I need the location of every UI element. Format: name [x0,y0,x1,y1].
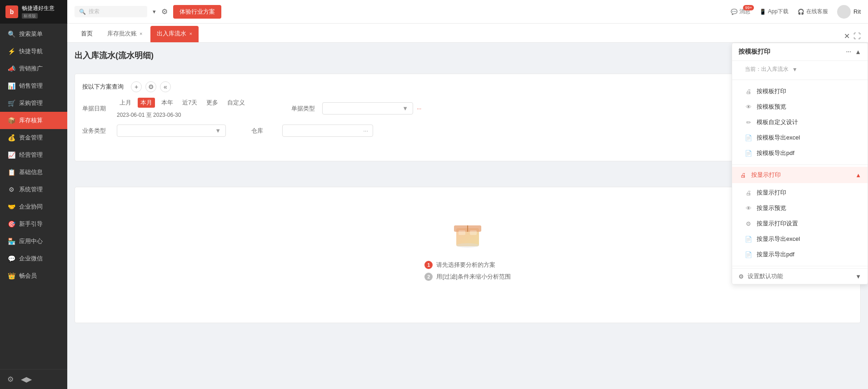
export-pdf-display-item[interactable]: 📄 按显示导出pdf [732,247,868,262]
date-range-display: 2023-06-01 至 2023-06-30 [117,111,248,119]
guide-icon: 🎯 [7,220,15,228]
sidebar-item-marketing[interactable]: 📣 营销推广 [0,60,67,77]
print-settings-display-item[interactable]: ⚙ 按显示打印设置 [732,216,868,231]
empty-step-1: 1 请先选择要分析的方案 [424,261,510,269]
headset-icon: 🎧 [798,9,804,15]
topbar: 🔍 搜索 ▾ ⚙ 体验行业方案 💬 消息 99+ 📱 App下载 🎧 在线客服 … [67,0,868,24]
logo-tag: 标准版 [22,12,55,19]
preview-display-item[interactable]: 👁 按显示预览 [732,200,868,216]
add-filter-button[interactable]: + [131,81,142,92]
custom-template-icon: ✏ [745,119,752,126]
tab-inventory-flow[interactable]: 出入库流水 × [150,26,198,42]
tab-close-flow[interactable]: × [189,31,192,36]
date-opt-custom[interactable]: 自定义 [224,98,248,108]
type-select[interactable]: ▼ [322,102,413,115]
tabs-window-controls: ✕ ⛶ [844,32,861,42]
online-service-button[interactable]: 🎧 在线客服 [798,8,828,15]
tab-inventory-batch[interactable]: 库存批次账 × [101,26,149,42]
sidebar-item-purchase[interactable]: 🛒 采购管理 [0,95,67,112]
date-opt-7days[interactable]: 近7天 [180,98,200,108]
type-more-button[interactable]: ··· [417,105,421,112]
dropdown-more-icon[interactable]: ··· [846,48,851,55]
empty-step-2: 2 用[过滤]条件来缩小分析范围 [424,273,510,281]
print-template-item[interactable]: 🖨 按模板打印 [732,84,868,99]
date-opt-more[interactable]: 更多 [204,98,221,108]
sales-icon: 📊 [7,82,15,90]
dropdown-collapse-icon[interactable]: ▲ [855,48,861,55]
sidebar-item-shortcut[interactable]: ⚡ 快捷导航 [0,43,67,60]
operations-icon: 📈 [7,151,15,159]
sidebar-item-basic[interactable]: 📋 基础信息 [0,164,67,181]
export-pdf-template-item[interactable]: 📄 按模板导出pdf [732,145,868,161]
export-pdf-display-icon: 📄 [745,251,752,258]
settings-filter-button[interactable]: ⚙ [145,81,156,92]
sidebar-item-coop[interactable]: 🤝 企业协同 [0,198,67,215]
sidebar-item-finance[interactable]: 💰 资金管理 [0,129,67,146]
topbar-settings-icon[interactable]: ⚙ [161,7,168,16]
svg-rect-4 [459,230,465,235]
dropdown-header-actions: ··· ▲ [846,48,861,55]
export-excel-template-icon: 📄 [745,134,752,141]
settings-bottom-icon[interactable]: ⚙ [7,375,14,384]
warehouse-select-arrow: ··· [363,127,368,134]
type-filter-label: 单据类型 [291,105,319,113]
date-options: 上月 本月 本年 近7天 更多 自定义 [117,98,248,108]
search-icon: 🔍 [7,30,15,38]
empty-steps: 1 请先选择要分析的方案 2 用[过滤]条件来缩小分析范围 [424,261,510,281]
footer-arrow: ▼ [855,273,861,280]
biz-type-select[interactable]: ▼ [117,125,226,137]
window-expand-button[interactable]: ⛶ [853,32,861,40]
sidebar-item-wechat[interactable]: 💬 企业微信 [0,250,67,267]
dropdown-footer[interactable]: ⚙ 设置默认功能 ▼ [732,268,868,284]
tab-close-batch[interactable]: × [140,31,142,36]
type-filter-group: 单据类型 ▼ ··· [291,102,421,115]
app-logo: b 畅捷通好生意 标准版 [0,0,67,24]
step-2-num: 2 [424,273,433,281]
inventory-icon: 📦 [7,116,15,125]
print-settings-icon: ⚙ [745,220,752,227]
message-button[interactable]: 💬 消息 99+ [731,8,750,15]
settings-default-icon: ⚙ [738,273,744,280]
collapse-sidebar-icon[interactable]: ◀▶ [21,375,32,384]
display-section-arrow: ▲ [855,172,861,179]
custom-template-item[interactable]: ✏ 模板自定义设计 [732,115,868,130]
sidebar-item-search[interactable]: 🔍 搜索菜单 [0,25,67,43]
sidebar-item-system[interactable]: ⚙ 系统管理 [0,181,67,198]
current-arrow[interactable]: ▼ [792,66,798,73]
step-1-num: 1 [424,261,433,269]
preview-template-item[interactable]: 👁 按模板预览 [732,99,868,115]
coop-icon: 🤝 [7,203,15,211]
sidebar-item-inventory[interactable]: 📦 库存核算 [0,112,67,129]
user-area[interactable]: Rit [837,5,861,19]
purchase-icon: 🛒 [7,99,15,107]
date-opt-thisyear[interactable]: 本年 [159,98,176,108]
member-icon: 👑 [7,272,15,280]
empty-icon [447,214,488,255]
tab-home[interactable]: 首页 [75,26,99,42]
biz-select-arrow: ▼ [215,127,221,134]
sidebar-item-operations[interactable]: 📈 经营管理 [0,146,67,164]
user-name: Rit [853,8,861,15]
export-excel-display-item[interactable]: 📄 按显示导出excel [732,231,868,247]
print-display-item[interactable]: 🖨 按显示打印 [732,185,868,200]
solution-button[interactable]: 体验行业方案 [173,5,221,19]
collapse-filter-button[interactable]: « [160,81,171,92]
sidebar-item-sales[interactable]: 📊 销售管理 [0,77,67,95]
display-print-header[interactable]: 🖨 按显示打印 ▲ [732,167,868,183]
sidebar-item-guide[interactable]: 🎯 新手引导 [0,215,67,233]
sidebar-item-member[interactable]: 👑 畅会员 [0,267,67,284]
sidebar-item-appstore[interactable]: 🏪 应用中心 [0,233,67,250]
export-excel-template-item[interactable]: 📄 按模板导出excel [732,130,868,145]
date-opt-lastmonth[interactable]: 上月 [117,98,134,108]
preview-template-icon: 👁 [745,103,752,110]
date-opt-thismonth[interactable]: 本月 [138,98,155,108]
dropdown-divider-2 [732,165,868,165]
topbar-right: 💬 消息 99+ 📱 App下载 🎧 在线客服 Rit [731,5,861,19]
topbar-dropdown-arrow[interactable]: ▾ [153,8,156,15]
topbar-search-box[interactable]: 🔍 搜索 [75,6,147,17]
app-download-button[interactable]: 📱 App下载 [759,8,788,15]
window-close-button[interactable]: ✕ [844,32,850,40]
logo-name: 畅捷通好生意 [22,5,55,12]
warehouse-select[interactable]: ··· [282,125,373,137]
avatar [837,5,851,19]
